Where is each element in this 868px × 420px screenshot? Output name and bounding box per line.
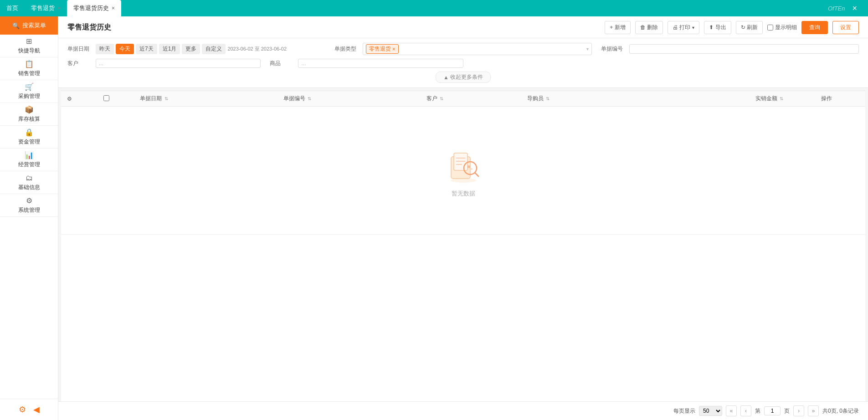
customer-label: 客户 xyxy=(67,60,93,67)
goods-input[interactable]: ... xyxy=(298,59,463,68)
svg-line-7 xyxy=(475,173,478,176)
show-detail-checkbox-label[interactable]: 显示明细 xyxy=(767,24,797,31)
date-btn-1month[interactable]: 近1月 xyxy=(159,44,180,54)
delete-button[interactable]: 🗑 删除 xyxy=(635,21,663,34)
customer-filter-group: 客户 ... xyxy=(67,59,261,68)
sort-guide-icon: ⇅ xyxy=(546,96,550,101)
date-filter-group: 单据日期 昨天 今天 近7天 近1月 更多 自定义 2023-06-02 至 2… xyxy=(67,44,325,54)
col-checkbox[interactable] xyxy=(77,91,135,107)
date-btn-more[interactable]: 更多 xyxy=(182,44,200,54)
inventory-icon: 📦 xyxy=(25,105,34,114)
table-container: ⚙ 单据日期 ⇅ 单据编号 ⇅ 客户 ⇅ xyxy=(61,91,865,401)
close-retail-return-tab[interactable]: × xyxy=(57,5,61,11)
pagination-bar: 每页显示 10 20 50 100 « ‹ 第 页 › » 共0页, 0条记录 xyxy=(58,401,868,420)
empty-state: 暂无数据 xyxy=(61,107,865,234)
settings-bottom-icon[interactable]: ⚙ xyxy=(19,405,26,415)
goods-filter-group: 商品 ... xyxy=(270,59,463,68)
col-amount[interactable]: 实销金额 ⇅ xyxy=(645,91,788,107)
doc-number-label: 单据编号 xyxy=(601,45,627,53)
filter-row-2: 客户 ... 商品 ... xyxy=(67,59,859,68)
doc-type-filter-group: 单据类型 零售退货 × ▾ xyxy=(334,43,592,55)
new-button[interactable]: + 新增 xyxy=(605,21,630,34)
date-btn-custom[interactable]: 自定义 xyxy=(202,44,226,54)
page-label-before: 第 xyxy=(755,407,760,415)
select-all-checkbox[interactable] xyxy=(103,95,109,101)
sidebar: 🔍 搜索菜单 ⊞ 快捷导航 📋 销售管理 🛒 采购管理 📦 库存核算 🔒 资金管… xyxy=(0,16,58,420)
sidebar-search[interactable]: 🔍 搜索菜单 xyxy=(0,16,58,35)
refresh-button[interactable]: ↻ 刷新 xyxy=(736,21,763,34)
export-button[interactable]: ⬆ 导出 xyxy=(704,21,731,34)
doc-number-filter-group: 单据编号 xyxy=(601,44,859,54)
doc-type-label: 单据类型 xyxy=(334,45,360,53)
page-title: 零售退货历史 xyxy=(67,23,111,32)
show-detail-checkbox[interactable] xyxy=(767,25,773,31)
last-page-button[interactable]: » xyxy=(808,405,819,416)
page-header: 零售退货历史 + 新增 🗑 删除 🖨 打印 ▾ ⬆ 导出 ↻ 刷新 显示明细 查… xyxy=(58,16,868,38)
date-range-display: 2023-06-02 至 2023-06-02 xyxy=(227,46,287,52)
print-chevron-icon: ▾ xyxy=(692,25,694,30)
sidebar-item-purchase[interactable]: 🛒 采购管理 xyxy=(0,80,58,103)
total-label: 共0页, 0条记录 xyxy=(822,407,859,415)
purchase-icon: 🛒 xyxy=(25,82,34,91)
sidebar-item-system[interactable]: ⚙ 系统管理 xyxy=(0,194,58,217)
prev-page-button[interactable]: ‹ xyxy=(740,405,751,416)
collapse-row: ▲ 收起更多条件 xyxy=(67,72,859,83)
svg-point-9 xyxy=(471,168,473,170)
page-label: 页 xyxy=(784,407,790,415)
sidebar-item-inventory[interactable]: 📦 库存核算 xyxy=(0,103,58,126)
sidebar-item-basic-info[interactable]: 🗂 基础信息 xyxy=(0,171,58,194)
tab-retail-return[interactable]: 零售退货 × xyxy=(25,0,67,16)
close-window-icon[interactable]: × xyxy=(848,4,861,13)
watermark-text: OfTEn xyxy=(828,5,845,12)
main-layout: 🔍 搜索菜单 ⊞ 快捷导航 📋 销售管理 🛒 采购管理 📦 库存核算 🔒 资金管… xyxy=(0,16,868,420)
sort-customer-icon: ⇅ xyxy=(440,96,443,101)
sort-amount-icon: ⇅ xyxy=(780,96,783,101)
quick-nav-icon: ⊞ xyxy=(26,37,32,46)
collapse-sidebar-icon[interactable]: ◀ xyxy=(33,405,40,415)
setting-button[interactable]: 设置 xyxy=(832,21,859,34)
filter-row-1: 单据日期 昨天 今天 近7天 近1月 更多 自定义 2023-06-02 至 2… xyxy=(67,43,859,55)
col-setting[interactable]: ⚙ xyxy=(61,91,77,107)
doc-type-input[interactable]: 零售退货 × ▾ xyxy=(363,43,592,55)
col-customer[interactable]: 客户 ⇅ xyxy=(422,91,523,107)
empty-text: 暂无数据 xyxy=(452,190,475,198)
date-btn-7days[interactable]: 近7天 xyxy=(136,44,157,54)
date-filter-label: 单据日期 xyxy=(67,45,93,53)
finance-icon: 🔒 xyxy=(25,128,34,137)
sidebar-item-operations[interactable]: 📊 经营管理 xyxy=(0,149,58,171)
col-doc-no[interactable]: 单据编号 ⇅ xyxy=(279,91,422,107)
operations-icon: 📊 xyxy=(25,151,34,159)
close-history-tab[interactable]: × xyxy=(112,5,115,11)
basic-info-icon: 🗂 xyxy=(26,174,33,182)
search-icon: 🔍 xyxy=(12,22,20,29)
sales-icon: 📋 xyxy=(25,60,34,68)
system-icon: ⚙ xyxy=(26,196,32,205)
date-btn-today[interactable]: 今天 xyxy=(116,44,134,54)
sidebar-item-quick-nav[interactable]: ⊞ 快捷导航 xyxy=(0,35,58,57)
doc-number-input[interactable] xyxy=(629,44,859,54)
date-filter-buttons: 昨天 今天 近7天 近1月 更多 自定义 2023-06-02 至 2023-0… xyxy=(96,44,287,54)
top-bar: 首页 零售退货 × 零售退货历史 × OfTEn × xyxy=(0,0,868,16)
tab-home[interactable]: 首页 xyxy=(0,0,25,16)
toolbar: + 新增 🗑 删除 🖨 打印 ▾ ⬆ 导出 ↻ 刷新 显示明细 查询 设置 xyxy=(605,21,859,34)
col-guide[interactable]: 导购员 ⇅ xyxy=(523,91,645,107)
doc-type-tag: 零售退货 × xyxy=(366,44,399,54)
tab-retail-return-history[interactable]: 零售退货历史 × xyxy=(67,0,121,16)
col-date[interactable]: 单据日期 ⇅ xyxy=(135,91,278,107)
query-button[interactable]: 查询 xyxy=(801,21,828,34)
page-size-select[interactable]: 10 20 50 100 xyxy=(699,406,722,416)
date-btn-yesterday[interactable]: 昨天 xyxy=(96,44,114,54)
next-page-button[interactable]: › xyxy=(793,405,804,416)
doc-type-tag-close[interactable]: × xyxy=(392,46,395,52)
page-number-input[interactable] xyxy=(764,406,781,415)
sort-docno-icon: ⇅ xyxy=(308,96,311,101)
collapse-button[interactable]: ▲ 收起更多条件 xyxy=(436,72,491,83)
data-table: ⚙ 单据日期 ⇅ 单据编号 ⇅ 客户 ⇅ xyxy=(61,91,865,235)
first-page-button[interactable]: « xyxy=(726,405,737,416)
page-size-label: 每页显示 xyxy=(673,407,695,415)
print-button[interactable]: 🖨 打印 ▾ xyxy=(668,21,699,34)
col-action: 操作 xyxy=(788,91,865,107)
customer-input[interactable]: ... xyxy=(96,59,261,68)
sidebar-item-finance[interactable]: 🔒 资金管理 xyxy=(0,126,58,149)
sidebar-item-sales[interactable]: 📋 销售管理 xyxy=(0,57,58,80)
